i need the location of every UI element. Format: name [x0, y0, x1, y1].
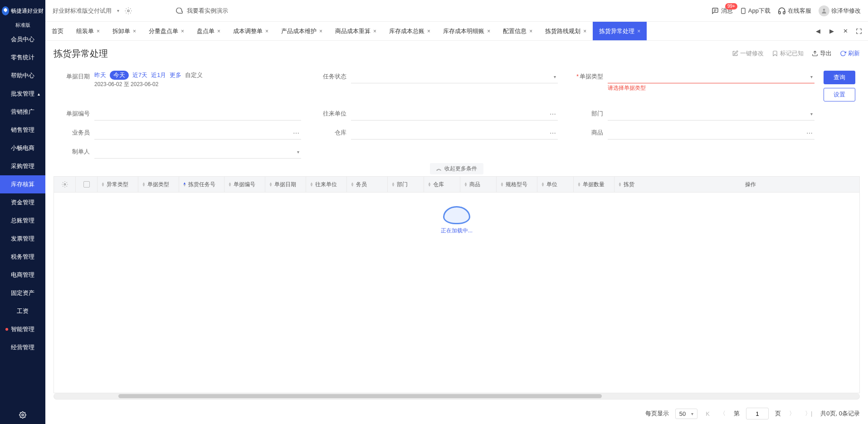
- support-action[interactable]: 在线客服: [778, 7, 811, 15]
- sidebar-item-17[interactable]: 经营管理: [0, 338, 45, 357]
- col-header-3[interactable]: ▲▼单据编号: [224, 177, 265, 192]
- ellipsis-icon[interactable]: ⋯: [293, 130, 299, 137]
- input-creator[interactable]: ▾: [94, 146, 301, 159]
- page-prev[interactable]: 〈: [718, 410, 727, 418]
- tabs-next[interactable]: ▶: [825, 25, 838, 38]
- col-header-9[interactable]: ▲▼商品: [460, 177, 497, 192]
- close-icon[interactable]: ×: [583, 28, 586, 34]
- sidebar-item-1[interactable]: 零售统计: [0, 48, 45, 67]
- page-next[interactable]: 〉: [787, 410, 797, 418]
- close-icon[interactable]: ×: [487, 28, 490, 34]
- col-header-4[interactable]: ▲▼单据日期: [265, 177, 306, 192]
- col-op[interactable]: 操作: [642, 177, 859, 192]
- settings-button[interactable]: 设置: [824, 88, 855, 101]
- topbar-gear[interactable]: [125, 7, 132, 14]
- tab-9[interactable]: 库存成本明细账×: [437, 22, 497, 40]
- input-partner[interactable]: ⋯: [351, 108, 558, 120]
- ellipsis-icon[interactable]: ⋯: [550, 130, 556, 137]
- app-title[interactable]: 好业财标准版交付试用: [53, 7, 112, 15]
- col-header-8[interactable]: ▲▼仓库: [424, 177, 460, 192]
- col-header-0[interactable]: ▲▼异常类型: [98, 177, 138, 192]
- col-header-11[interactable]: ▲▼单位: [537, 177, 574, 192]
- col-header-2[interactable]: ▲▼拣货任务号: [179, 177, 224, 192]
- mark-known-button[interactable]: 标记已知: [772, 49, 804, 58]
- date-opt-more[interactable]: 更多: [170, 71, 181, 79]
- tabs-close-all[interactable]: ✕: [839, 25, 852, 38]
- page-input[interactable]: [746, 408, 769, 419]
- date-opt-last1m[interactable]: 近1月: [151, 71, 166, 79]
- sidebar-item-13[interactable]: 电商管理: [0, 266, 45, 284]
- col-checkbox[interactable]: [76, 177, 98, 192]
- tab-4[interactable]: 盘点单×: [190, 22, 227, 40]
- user-menu[interactable]: 徐泽华修改: [819, 5, 861, 16]
- close-icon[interactable]: ×: [427, 28, 430, 34]
- date-opt-custom[interactable]: 自定义: [185, 71, 203, 79]
- tab-12[interactable]: 拣货异常处理×: [593, 22, 647, 40]
- search-button[interactable]: 查询: [824, 71, 855, 84]
- close-icon[interactable]: ×: [373, 28, 376, 34]
- col-header-6[interactable]: ▲▼务员: [347, 177, 388, 192]
- sidebar-item-0[interactable]: 会员中心: [0, 30, 45, 48]
- col-header-12[interactable]: ▲▼单据数量: [574, 177, 614, 192]
- close-icon[interactable]: ×: [133, 28, 136, 34]
- batch-edit-button[interactable]: 一键修改: [732, 49, 764, 58]
- sidebar-settings[interactable]: [0, 406, 45, 424]
- col-header-10[interactable]: ▲▼规格型号: [497, 177, 537, 192]
- tab-2[interactable]: 拆卸单×: [106, 22, 142, 40]
- close-icon[interactable]: ×: [181, 28, 184, 34]
- date-opt-last7[interactable]: 近7天: [132, 71, 147, 79]
- chevron-down-icon[interactable]: ▾: [117, 8, 119, 13]
- sidebar-item-8[interactable]: 库存核算: [0, 175, 45, 193]
- date-opt-yesterday[interactable]: 昨天: [94, 71, 106, 79]
- close-icon[interactable]: ×: [529, 28, 532, 34]
- sidebar-item-6[interactable]: 小畅电商: [0, 139, 45, 157]
- input-dept[interactable]: ▾: [608, 108, 814, 120]
- date-opt-today[interactable]: 今天: [110, 71, 129, 80]
- tab-7[interactable]: 商品成本重算×: [329, 22, 383, 40]
- input-salesperson[interactable]: ⋯: [94, 127, 301, 140]
- sidebar-item-4[interactable]: 营销推广: [0, 103, 45, 121]
- sidebar-item-7[interactable]: 采购管理: [0, 157, 45, 175]
- col-header-1[interactable]: ▲▼单据类型: [138, 177, 179, 192]
- close-icon[interactable]: ×: [637, 28, 640, 34]
- col-header-13[interactable]: ▲▼拣货: [614, 177, 642, 192]
- tab-10[interactable]: 配置信息×: [497, 22, 539, 40]
- tab-5[interactable]: 成本调整单×: [227, 22, 275, 40]
- horizontal-scrollbar[interactable]: [54, 393, 860, 400]
- collapse-filters[interactable]: ︽ 收起更多条件: [430, 163, 483, 174]
- sidebar-item-15[interactable]: 工资: [0, 302, 45, 320]
- ellipsis-icon[interactable]: ⋯: [550, 111, 556, 118]
- sidebar-item-5[interactable]: 销售管理: [0, 121, 45, 139]
- sidebar-item-9[interactable]: 资金管理: [0, 193, 45, 212]
- close-icon[interactable]: ×: [217, 28, 220, 34]
- sidebar-item-2[interactable]: 帮助中心: [0, 67, 45, 85]
- input-doc-no[interactable]: [94, 108, 301, 120]
- scrollbar-thumb[interactable]: [118, 394, 602, 398]
- page-first[interactable]: K: [704, 410, 712, 417]
- tabs-fullscreen[interactable]: [853, 25, 865, 38]
- page-last[interactable]: 〉|: [803, 410, 814, 418]
- sidebar-item-3[interactable]: 批发管理: [0, 85, 45, 103]
- input-task-status[interactable]: ▾: [351, 71, 558, 83]
- download-action[interactable]: App下载: [740, 7, 770, 15]
- sidebar-item-12[interactable]: 税务管理: [0, 248, 45, 266]
- close-icon[interactable]: ×: [265, 28, 268, 34]
- sidebar-item-10[interactable]: 总账管理: [0, 212, 45, 230]
- tab-3[interactable]: 分量盘点单×: [142, 22, 190, 40]
- tab-1[interactable]: 组装单×: [70, 22, 106, 40]
- per-page-select[interactable]: 50 ▾: [675, 409, 697, 419]
- input-doc-type[interactable]: ▾: [608, 71, 814, 83]
- export-button[interactable]: 导出: [812, 49, 832, 58]
- sidebar-item-16[interactable]: 智能管理: [0, 320, 45, 338]
- tab-0[interactable]: 首页: [45, 22, 70, 40]
- input-product[interactable]: ⋯: [608, 127, 814, 140]
- close-icon[interactable]: ×: [319, 28, 322, 34]
- message-action[interactable]: 消息 99+: [711, 7, 733, 15]
- sidebar-item-11[interactable]: 发票管理: [0, 230, 45, 248]
- input-warehouse[interactable]: ⋯: [351, 127, 558, 140]
- col-header-5[interactable]: ▲▼往来单位: [306, 177, 347, 192]
- col-settings[interactable]: [54, 177, 76, 192]
- col-header-7[interactable]: ▲▼部门: [388, 177, 424, 192]
- tab-11[interactable]: 拣货路线规划×: [539, 22, 593, 40]
- ellipsis-icon[interactable]: ⋯: [806, 130, 813, 137]
